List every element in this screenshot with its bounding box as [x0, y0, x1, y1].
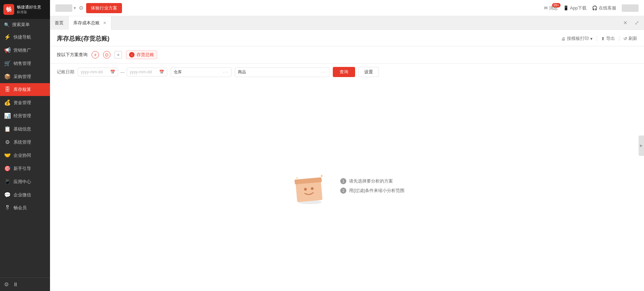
phone-icon: 📱: [563, 5, 569, 10]
operations-icon: 📊: [4, 113, 11, 119]
member-icon: 🎖: [4, 205, 11, 211]
svg-text:✦: ✦: [320, 174, 323, 178]
sidebar: 畅 畅捷通好生意 标准版 🔍 搜索菜单 ⚡ 快捷导航 📢 营销推广 🛒 销售管理…: [0, 0, 50, 291]
divider-2: [619, 36, 619, 41]
sidebar-item-member[interactable]: 🎖 畅会员: [0, 201, 50, 214]
filter-collapse-btn[interactable]: «: [115, 51, 122, 58]
tab-home[interactable]: 首页: [50, 16, 69, 30]
guide-icon: 🎯: [4, 165, 11, 172]
sidebar-item-marketing[interactable]: 📢 营销推广: [0, 44, 50, 57]
scheme-icon: ○: [129, 52, 134, 57]
main-content: ▾ ⚙ 体验行业方案 ✉ 消息 99+ 📱 App下载 🎧 在线客服: [50, 0, 644, 291]
sidebar-item-basic-info[interactable]: 📋 基础信息: [0, 122, 50, 136]
app-download-btn[interactable]: 📱 App下载: [563, 5, 587, 11]
settings-btn[interactable]: 设置: [358, 67, 379, 77]
divider-1: [597, 36, 597, 41]
online-support-btn[interactable]: 🎧 在线客服: [592, 5, 616, 11]
sidebar-nav: ⚡ 快捷导航 📢 营销推广 🛒 销售管理 📦 采购管理 🗄 库存核算 💰 资金管…: [0, 30, 50, 277]
print-icon: 🖨: [561, 36, 566, 41]
tabbar: 首页 库存成本总账 ✕ ✕ ⤢: [50, 16, 644, 30]
topbar-left: ▾ ⚙ 体验行业方案: [55, 3, 540, 13]
page-content: 库存总账(存货总账) 🖨 按模板打印 ▾ ⬆ 导出 ↺ 刷新: [50, 30, 644, 291]
breadcrumb: ▾: [55, 4, 76, 12]
svg-point-4: [311, 187, 314, 190]
breadcrumb-avatar: [55, 4, 72, 12]
filter-add-btn[interactable]: +: [92, 51, 99, 58]
empty-step-2: 2 用[过滤]条件来缩小分析范围: [340, 188, 404, 194]
empty-inner: ✦ ✦ 1 请先选择要分析的方案 2 用[过滤]条件来缩小分析范围: [290, 166, 404, 206]
wecom-icon: 💬: [4, 192, 11, 198]
filter-remove-btn[interactable]: ⊙: [103, 51, 110, 58]
product-dots-icon: ···: [321, 70, 326, 74]
empty-text: 1 请先选择要分析的方案 2 用[过滤]条件来缩小分析范围: [340, 178, 404, 194]
sidebar-item-app-center[interactable]: 📱 应用中心: [0, 175, 50, 188]
user-area[interactable]: [622, 4, 639, 12]
sidebar-item-finance[interactable]: 💰 资金管理: [0, 96, 50, 109]
tabbar-right: ✕ ⤢: [620, 18, 644, 28]
sales-icon: 🛒: [4, 60, 11, 67]
step-2-num: 2: [340, 188, 346, 194]
sidebar-item-operations[interactable]: 📊 经营管理: [0, 109, 50, 122]
sidebar-search[interactable]: 🔍 搜索菜单: [0, 19, 50, 30]
export-icon: ⬆: [601, 36, 605, 41]
headset-icon: 🎧: [592, 5, 597, 10]
app-logo-icon: 畅: [3, 4, 14, 15]
message-icon: ✉: [544, 5, 548, 10]
right-panel-hint[interactable]: ▶: [639, 136, 644, 156]
settings-footer-icon[interactable]: ⚙: [4, 281, 9, 288]
calendar-to-icon: 📅: [159, 70, 164, 74]
sidebar-item-enterprise[interactable]: 🤝 企业协同: [0, 149, 50, 162]
empty-step-1: 1 请先选择要分析的方案: [340, 178, 404, 184]
sidebar-item-guide[interactable]: 🎯 新手引导: [0, 162, 50, 175]
user-avatar: [622, 4, 639, 12]
messages-btn[interactable]: ✉ 消息 99+: [544, 5, 558, 11]
print-chevron-icon: ▾: [590, 36, 593, 41]
svg-point-3: [304, 188, 307, 191]
topbar: ▾ ⚙ 体验行业方案 ✉ 消息 99+ 📱 App下载 🎧 在线客服: [50, 0, 644, 16]
marketing-icon: 📢: [4, 47, 11, 53]
collapse-sidebar-icon[interactable]: ⏸: [13, 282, 18, 288]
inventory-icon: 🗄: [4, 87, 11, 93]
topbar-settings-icon[interactable]: ⚙: [79, 5, 83, 11]
app-center-icon: 📱: [4, 178, 11, 185]
warehouse-select[interactable]: 仓库 ···: [171, 67, 231, 77]
svg-text:✦: ✦: [296, 176, 298, 180]
sidebar-item-system[interactable]: ⚙ 系统管理: [0, 136, 50, 149]
date-separator: —: [120, 70, 125, 75]
tabbar-close-all-icon[interactable]: ✕: [620, 18, 630, 28]
basic-info-icon: 📋: [4, 126, 11, 132]
sidebar-item-purchase[interactable]: 📦 采购管理: [0, 70, 50, 83]
sidebar-item-quick-nav[interactable]: ⚡ 快捷导航: [0, 30, 50, 44]
sidebar-logo: 畅 畅捷通好生意 标准版: [0, 0, 50, 19]
product-select[interactable]: 商品 ···: [235, 67, 329, 77]
filter-row: 记账日期 yyyy-mm-dd 📅 — yyyy-mm-dd 📅 仓库 ··· …: [50, 64, 644, 80]
sidebar-item-inventory[interactable]: 🗄 库存核算: [0, 83, 50, 96]
filter-bar: 按以下方案查询 + ⊙ « ○ 存货总账: [50, 46, 644, 64]
sidebar-item-wecom[interactable]: 💬 企业微信: [0, 188, 50, 201]
tabbar-expand-icon[interactable]: ⤢: [632, 18, 641, 28]
page-header-actions: 🖨 按模板打印 ▾ ⬆ 导出 ↺ 刷新: [561, 35, 637, 42]
print-btn[interactable]: 🖨 按模板打印 ▾: [561, 35, 593, 42]
calendar-from-icon: 📅: [110, 70, 115, 74]
date-to-input[interactable]: yyyy-mm-dd 📅: [127, 68, 167, 76]
page-header: 库存总账(存货总账) 🖨 按模板打印 ▾ ⬆ 导出 ↺ 刷新: [50, 30, 644, 46]
tab-inventory-cost[interactable]: 库存成本总账 ✕: [69, 16, 112, 30]
empty-box-svg: ✦ ✦: [290, 166, 330, 206]
breadcrumb-chevron-icon[interactable]: ▾: [74, 5, 76, 10]
query-btn[interactable]: 查询: [333, 67, 355, 77]
date-label: 记账日期: [57, 69, 74, 75]
sidebar-footer: ⚙ ⏸: [0, 277, 50, 291]
refresh-btn[interactable]: ↺ 刷新: [623, 35, 637, 42]
date-from-input[interactable]: yyyy-mm-dd 📅: [78, 68, 118, 76]
filter-scheme-tag[interactable]: ○ 存货总账: [126, 50, 157, 59]
page-title: 库存总账(存货总账): [57, 34, 109, 43]
quick-nav-icon: ⚡: [4, 34, 11, 40]
step-1-num: 1: [340, 178, 346, 184]
sidebar-item-sales[interactable]: 🛒 销售管理: [0, 57, 50, 70]
filter-label: 按以下方案查询: [57, 52, 88, 58]
export-btn[interactable]: ⬆ 导出: [601, 35, 615, 42]
warehouse-dots-icon: ···: [223, 70, 228, 74]
industry-btn[interactable]: 体验行业方案: [86, 3, 122, 13]
tab-close-icon[interactable]: ✕: [103, 21, 106, 25]
system-icon: ⚙: [4, 139, 11, 145]
